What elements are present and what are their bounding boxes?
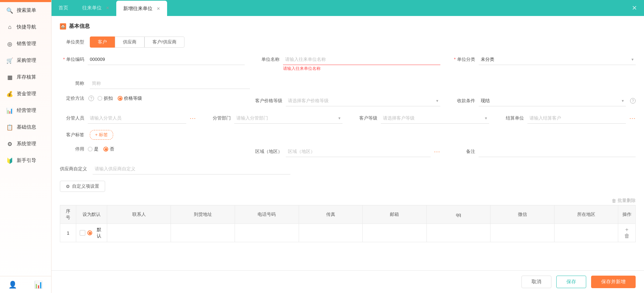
customer-level-select[interactable]: 请选择客户等级 ▾ xyxy=(381,113,489,124)
disabled-yes-radio[interactable] xyxy=(88,147,93,152)
col-address: 到货地址 xyxy=(171,205,235,224)
unit-type-both[interactable]: 客户/供应商 xyxy=(144,36,184,48)
unit-category-select[interactable]: 未分类 ▾ xyxy=(479,54,636,65)
address-input[interactable] xyxy=(174,230,231,236)
inventory-icon: ▦ xyxy=(6,74,13,81)
sidebar-item-label: 经营管理 xyxy=(17,107,36,114)
customer-tag-row: 客户标签 + 标签 xyxy=(60,130,636,140)
supplier-custom-row: 供应商自定义 xyxy=(60,163,290,174)
sidebar-item-guide[interactable]: 🔰 新手引导 xyxy=(0,152,51,169)
table-region-input[interactable] xyxy=(558,230,615,236)
basic-icon: 📋 xyxy=(6,124,13,131)
custom-settings-button[interactable]: ⚙ 自定义项设置 xyxy=(60,181,105,192)
sidebar-bottom-btn-1[interactable]: 👤 xyxy=(0,276,26,293)
department-select[interactable]: 请输入分管部门 ▾ xyxy=(234,113,343,124)
col-qq: qq xyxy=(426,205,490,224)
field-unit-category: 单位分类 未分类 ▾ xyxy=(451,54,636,72)
col-region: 所在地区 xyxy=(554,205,618,224)
row-add-button[interactable]: + xyxy=(625,227,628,233)
sidebar-item-operation[interactable]: 📊 经营管理 xyxy=(0,102,51,119)
phone-input[interactable] xyxy=(238,230,295,236)
email-input[interactable] xyxy=(366,230,423,236)
add-tag-button[interactable]: + 标签 xyxy=(90,130,113,140)
cell-fax[interactable] xyxy=(299,224,363,242)
settlement-input[interactable] xyxy=(527,113,626,124)
save-button[interactable]: 保存 xyxy=(556,276,586,288)
qq-input[interactable] xyxy=(430,230,487,236)
department-label: 分管部门 xyxy=(206,115,231,121)
default-radio[interactable] xyxy=(87,230,92,235)
tab-units-close[interactable]: ✕ xyxy=(106,6,109,10)
row-checkbox[interactable] xyxy=(80,230,85,236)
tab-new-unit-close[interactable]: ✕ xyxy=(157,6,160,11)
remark-input[interactable] xyxy=(479,146,636,157)
disabled-no-radio[interactable] xyxy=(103,147,108,152)
sidebar-search[interactable]: 🔍 搜索菜单 xyxy=(0,2,51,19)
table-row: 1 默认 xyxy=(60,224,636,242)
cell-wechat[interactable] xyxy=(490,224,555,242)
sidebar-bottom-btn-2[interactable]: 📊 xyxy=(26,276,52,293)
search-icon: 🔍 xyxy=(6,7,13,14)
disabled-radio-group: 是 否 xyxy=(88,146,114,152)
price-level-select[interactable]: 请选择客户价格等级 ▾ xyxy=(286,95,440,106)
pricing-help-icon[interactable]: ? xyxy=(88,96,94,101)
unit-name-input[interactable] xyxy=(283,54,440,65)
cell-region[interactable] xyxy=(554,224,618,242)
unit-code-input[interactable] xyxy=(88,54,245,65)
tab-units[interactable]: 往来单位 ✕ xyxy=(75,0,116,16)
row-delete-button[interactable]: 🗑 xyxy=(624,233,630,239)
cell-contact[interactable] xyxy=(107,224,171,242)
cell-address[interactable] xyxy=(171,224,235,242)
batch-delete-label[interactable]: 批量删除 xyxy=(618,197,636,204)
wechat-input[interactable] xyxy=(494,230,551,236)
col-fax: 传真 xyxy=(299,205,363,224)
sidebar-item-inventory[interactable]: ▦ 库存核算 xyxy=(0,69,51,86)
tab-new-unit[interactable]: 新增往来单位 ✕ xyxy=(116,1,167,17)
sidebar-item-system[interactable]: ⚙ 系统管理 xyxy=(0,136,51,152)
payment-help-icon[interactable]: ? xyxy=(630,98,636,104)
unit-type-supplier[interactable]: 供应商 xyxy=(115,36,144,48)
settlement-more-btn[interactable]: ··· xyxy=(629,115,636,122)
unit-category-label: 单位分类 xyxy=(451,56,475,63)
custom-settings-label: 自定义项设置 xyxy=(72,183,99,189)
save-add-button[interactable]: 保存并新增 xyxy=(591,276,636,288)
disabled-yes[interactable]: 是 xyxy=(88,146,99,152)
purchase-icon: 🛒 xyxy=(6,57,13,64)
region-more-btn[interactable]: ··· xyxy=(434,148,440,155)
cell-email[interactable] xyxy=(363,224,427,242)
sidebar-item-sales[interactable]: ◎ 销售管理 xyxy=(0,35,51,52)
contact-input[interactable] xyxy=(111,230,167,236)
region-label: 区域（地区） xyxy=(255,148,282,155)
discount-radio[interactable] xyxy=(97,96,102,101)
supplier-custom-input[interactable] xyxy=(93,163,290,174)
manager-more-btn[interactable]: ··· xyxy=(190,115,196,122)
sidebar-item-label: 采购管理 xyxy=(17,57,36,64)
tab-home[interactable]: 首页 xyxy=(52,0,75,16)
sidebar-item-quick-nav[interactable]: ⌂ 快捷导航 xyxy=(0,19,51,35)
sidebar-item-label: 系统管理 xyxy=(17,141,36,147)
unit-type-customer[interactable]: 客户 xyxy=(90,36,115,48)
field-region: 区域（地区） ··· xyxy=(255,146,440,157)
price-level-radio[interactable] xyxy=(118,96,123,101)
section-basic-info: 🏠 基本信息 xyxy=(60,23,636,30)
col-contact: 联系人 xyxy=(107,205,171,224)
payment-terms-select[interactable]: 现结 ▾ xyxy=(479,95,626,106)
fax-input[interactable] xyxy=(303,230,359,236)
disabled-no-label: 否 xyxy=(110,146,114,152)
unit-type-label: 单位类型 xyxy=(60,39,84,45)
cell-phone[interactable] xyxy=(235,224,299,242)
sidebar-item-basic[interactable]: 📋 基础信息 xyxy=(0,119,51,136)
tab-bar-close-all[interactable]: ✕ xyxy=(625,4,644,12)
short-name-input[interactable] xyxy=(90,78,250,89)
cell-qq[interactable] xyxy=(426,224,490,242)
pricing-discount[interactable]: 折扣 xyxy=(97,95,113,101)
cancel-button[interactable]: 取消 xyxy=(521,276,551,288)
manager-input[interactable] xyxy=(88,113,186,124)
sidebar-item-finance[interactable]: 💰 资金管理 xyxy=(0,86,51,102)
settlement-label: 结算单位 xyxy=(500,115,524,121)
sidebar-item-purchase[interactable]: 🛒 采购管理 xyxy=(0,52,51,69)
field-department: 分管部门 请输入分管部门 ▾ xyxy=(206,113,343,124)
disabled-no[interactable]: 否 xyxy=(103,146,114,152)
pricing-level[interactable]: 价格等级 xyxy=(118,95,142,101)
region-input[interactable] xyxy=(286,146,430,157)
